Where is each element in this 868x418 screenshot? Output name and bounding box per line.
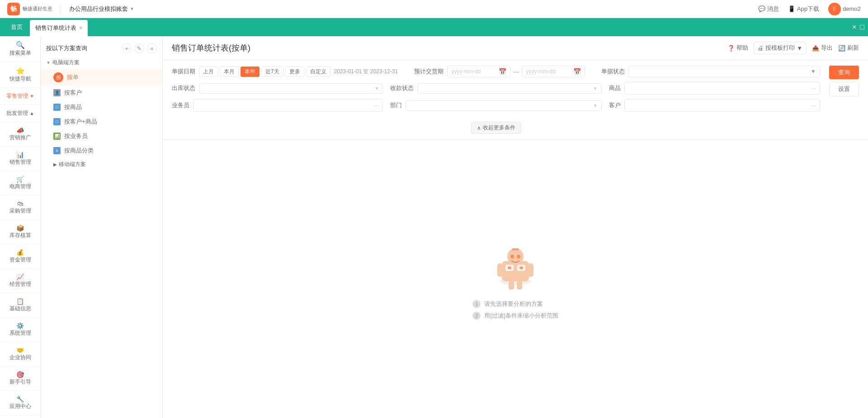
topbar: 畅 畅捷通好生意 办公用品行业模拟账套 ▼ 💬 消息 📱 App下载 E dem… bbox=[0, 0, 868, 18]
main-layout: 🔍 搜索菜单 ⭐ 快捷导航 零售管理 ▼ 批发管理 ▲ 📣 营销推广 📊 销售管… bbox=[0, 36, 868, 418]
scheme-by-order-label: 按单 bbox=[67, 73, 79, 81]
topbar-left: 畅 畅捷通好生意 办公用品行业模拟账套 ▼ bbox=[7, 3, 134, 15]
scheme-item-by-customer-goods[interactable]: □ 按客户+商品 bbox=[41, 114, 162, 129]
content-area: 按以下方案查询 + ✎ « ▼ 电脑端方案 按 bbox=[41, 36, 868, 418]
tab-close-icon[interactable]: × bbox=[79, 25, 82, 31]
dept-filter: 部门 ▼ bbox=[390, 100, 601, 111]
export-button[interactable]: 📤 导出 bbox=[812, 44, 833, 52]
sidebar: 🔍 搜索菜单 ⭐ 快捷导航 零售管理 ▼ 批发管理 ▲ 📣 营销推广 📊 销售管… bbox=[0, 36, 41, 418]
sidebar-item-basic[interactable]: 📋 基础信息 bbox=[0, 293, 40, 318]
tab-minimize-icon[interactable]: × bbox=[852, 23, 856, 31]
left-panel-actions: + ✎ « bbox=[122, 43, 157, 53]
svg-rect-11 bbox=[512, 248, 519, 250]
app-download-action[interactable]: 📱 App下载 bbox=[788, 5, 819, 13]
left-panel-title: 按以下方案查询 bbox=[46, 44, 87, 52]
search-icon: 🔍 bbox=[0, 41, 40, 49]
sidebar-search[interactable]: 🔍 搜索菜单 bbox=[0, 36, 40, 62]
dispatch-select[interactable]: ▼ bbox=[199, 83, 383, 94]
sidebar-item-operation[interactable]: 📈 经营管理 bbox=[0, 269, 40, 293]
tab-maximize-icon[interactable]: □ bbox=[860, 23, 864, 31]
scheme-item-by-order[interactable]: 按 按单 bbox=[41, 69, 162, 86]
this-month-btn[interactable]: 本月 bbox=[220, 66, 239, 77]
help-button[interactable]: ❓ 帮助 bbox=[727, 44, 748, 52]
sidebar-newbie-label: 新手引导 bbox=[0, 378, 40, 386]
tabbar: 首页 销售订单统计表 × × □ bbox=[0, 18, 868, 36]
user-name: demo2 bbox=[843, 5, 861, 12]
date-separator: — bbox=[513, 68, 519, 75]
marketing-icon: 📣 bbox=[0, 127, 40, 134]
query-button[interactable]: 查询 bbox=[829, 66, 859, 79]
tab-home[interactable]: 首页 bbox=[4, 18, 30, 36]
settings-button[interactable]: 设置 bbox=[829, 82, 859, 96]
svg-point-13 bbox=[517, 255, 520, 258]
add-scheme-button[interactable]: + bbox=[122, 43, 132, 53]
sidebar-item-enterprise[interactable]: 🤝 企业协同 bbox=[0, 342, 40, 366]
export-label: 导出 bbox=[821, 44, 833, 52]
sidebar-sales-label: 销售管理 bbox=[0, 158, 40, 166]
dept-select[interactable]: ▼ bbox=[406, 100, 601, 111]
sidebar-item-inventory[interactable]: 📦 库存核算 bbox=[0, 220, 40, 244]
last7days-btn[interactable]: 近7天 bbox=[261, 66, 283, 77]
staff-input[interactable]: ··· bbox=[193, 99, 383, 112]
hint-1-number: 1 bbox=[472, 300, 481, 308]
pc-section-header[interactable]: ▼ 电脑端方案 bbox=[41, 56, 162, 69]
sidebar-item-newbie[interactable]: 🎯 新手引导 bbox=[0, 366, 40, 391]
empty-state: 1 请先选择要分析的方案 2 用[过滤]条件来缩小分析范围 bbox=[163, 140, 868, 418]
sidebar-item-app-center[interactable]: 🔧 应用中心 bbox=[0, 391, 40, 415]
sidebar-ecommerce-label: 电商管理 bbox=[0, 183, 40, 190]
delivery-end-date[interactable]: yyyy-mm-dd 📅 bbox=[522, 66, 585, 77]
goods-label: 商品 bbox=[609, 84, 621, 92]
sidebar-item-retail[interactable]: 零售管理 ▼ bbox=[0, 88, 40, 105]
mobile-section-header[interactable]: ▶ 移动端方案 bbox=[41, 158, 162, 171]
template-print-button[interactable]: 🖨 按模板打印 ▼ bbox=[754, 42, 807, 54]
goods-input[interactable]: ··· bbox=[624, 82, 820, 95]
sidebar-item-wechat[interactable]: 💬 企业微信 bbox=[0, 415, 40, 418]
svg-rect-8 bbox=[509, 281, 514, 290]
collapse-panel-button[interactable]: « bbox=[147, 43, 157, 53]
date-range-text: 2023-01-01 至 2023-12-31 bbox=[334, 68, 398, 76]
sidebar-item-ecommerce[interactable]: 🛒 电商管理 bbox=[0, 171, 40, 195]
query-actions: 查询 设置 bbox=[829, 66, 859, 96]
sidebar-enterprise-label: 企业协同 bbox=[0, 354, 40, 361]
dispatch-filter: 出库状态 ▼ bbox=[172, 83, 383, 94]
status-select[interactable]: ▼ bbox=[628, 66, 820, 77]
goods-dots-icon: ··· bbox=[811, 85, 816, 92]
sidebar-item-finance[interactable]: 💰 资金管理 bbox=[0, 244, 40, 269]
sidebar-item-system[interactable]: ⚙️ 系统管理 bbox=[0, 318, 40, 342]
refresh-icon: 🔄 bbox=[838, 45, 845, 52]
collapse-filter-button[interactable]: ∧ 收起更多条件 bbox=[471, 122, 521, 134]
message-action[interactable]: 💬 消息 bbox=[758, 5, 779, 13]
date-btns: 上月 本月 本年 近7天 更多 自定义 bbox=[199, 66, 330, 77]
delivery-start-date[interactable]: yyyy-mm-dd 📅 bbox=[447, 66, 510, 77]
sidebar-item-purchase[interactable]: 🛍 采购管理 bbox=[0, 195, 40, 220]
sidebar-item-sales[interactable]: 📊 销售管理 bbox=[0, 147, 40, 171]
sidebar-retail-label: 零售管理 bbox=[6, 92, 28, 100]
more-btn[interactable]: 更多 bbox=[285, 66, 304, 77]
svg-rect-4 bbox=[508, 266, 511, 269]
this-year-btn[interactable]: 本年 bbox=[241, 66, 259, 77]
last-month-btn[interactable]: 上月 bbox=[199, 66, 218, 77]
customer-input[interactable]: ··· bbox=[624, 99, 820, 112]
staff-label: 业务员 bbox=[172, 101, 189, 109]
sidebar-quick-nav-label: 快捷导航 bbox=[0, 75, 40, 83]
workspace-selector[interactable]: 办公用品行业模拟账套 ▼ bbox=[69, 5, 134, 13]
edit-scheme-button[interactable]: ✎ bbox=[134, 43, 144, 53]
scheme-item-by-staff[interactable]: 📊 按业务员 bbox=[41, 129, 162, 143]
custom-btn[interactable]: 自定义 bbox=[306, 66, 330, 77]
scheme-item-by-customer[interactable]: 👤 按客户 bbox=[41, 86, 162, 100]
sidebar-item-wholesale[interactable]: 批发管理 ▲ bbox=[0, 105, 40, 122]
scheme-item-by-category[interactable]: ≡ 按商品分类 bbox=[41, 143, 162, 158]
filter-row-2: 出库状态 ▼ 收款状态 ▼ bbox=[172, 82, 820, 95]
user-area[interactable]: E demo2 bbox=[828, 3, 861, 15]
scheme-item-by-goods[interactable]: □ 按商品 bbox=[41, 100, 162, 114]
by-staff-icon: 📊 bbox=[53, 133, 61, 140]
sidebar-item-marketing[interactable]: 📣 营销推广 bbox=[0, 122, 40, 147]
tab-sales-order[interactable]: 销售订单统计表 × bbox=[30, 20, 88, 36]
by-customer-goods-icon: □ bbox=[53, 118, 61, 125]
filter-row-3: 业务员 ··· 部门 ▼ bbox=[172, 99, 820, 112]
refresh-button[interactable]: 🔄 刷新 bbox=[838, 44, 859, 52]
sidebar-quick-nav[interactable]: ⭐ 快捷导航 bbox=[0, 62, 40, 88]
enterprise-icon: 🤝 bbox=[0, 347, 40, 354]
status-label: 单据状态 bbox=[601, 67, 625, 76]
collection-select[interactable]: ▼ bbox=[417, 83, 601, 94]
